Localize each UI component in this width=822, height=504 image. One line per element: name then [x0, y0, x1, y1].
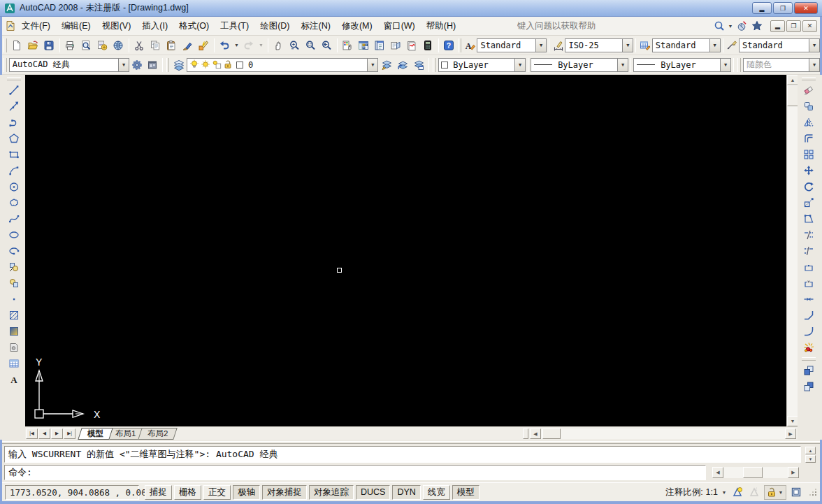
point-button[interactable] [6, 291, 22, 307]
chevron-down-icon[interactable]: ▼ [622, 39, 633, 52]
array-button[interactable] [801, 146, 817, 162]
menu-insert[interactable]: 插入(I) [136, 17, 173, 35]
menu-help[interactable]: 帮助(H) [421, 17, 461, 35]
scale-button[interactable] [801, 194, 817, 210]
toggle-otrack[interactable]: 对象追踪 [309, 485, 354, 500]
hatch-button[interactable] [6, 307, 22, 323]
tab-nav-prev[interactable]: ◀ [38, 429, 50, 439]
command-horizontal-scrollbar[interactable]: ◀ ▶ [712, 467, 799, 478]
toolbar-drag-handle[interactable] [3, 38, 7, 52]
toggle-ortho[interactable]: 正交 [203, 485, 231, 500]
undo-button[interactable] [217, 37, 233, 53]
toolbar-drag-handle[interactable] [7, 77, 21, 80]
toggle-osnap[interactable]: 对象捕捉 [262, 485, 307, 500]
layer-previous-button[interactable] [394, 57, 410, 73]
scroll-thumb[interactable] [787, 85, 798, 106]
scroll-right-button[interactable]: ▶ [788, 467, 799, 478]
layer-states-button[interactable] [410, 57, 426, 73]
scroll-down-button[interactable]: ▼ [805, 455, 816, 463]
drawing-canvas[interactable]: Y X [25, 75, 786, 426]
make-object-layer-current-button[interactable] [378, 57, 394, 73]
open-file-button[interactable] [25, 37, 41, 53]
toolbar-drag-handle[interactable] [802, 77, 816, 80]
spline-button[interactable] [6, 210, 22, 226]
toolbar-drag-handle[interactable] [737, 58, 741, 72]
layer-properties-button[interactable] [171, 57, 187, 73]
toggle-lineweight[interactable]: 线宽 [423, 485, 450, 500]
toggle-snap[interactable]: 捕捉 [145, 485, 172, 500]
coordinates-display[interactable]: 1773.0520, 904.0868 , 0.0000 [5, 485, 139, 500]
plot-style-combo[interactable]: 随颜色▼ [743, 58, 820, 72]
match-properties-button[interactable] [180, 37, 196, 53]
tab-nav-next[interactable]: ▶ [51, 429, 63, 439]
scroll-up-button[interactable]: ▲ [805, 447, 816, 454]
menu-edit[interactable]: 编辑(E) [56, 17, 96, 35]
mleader-style-button[interactable] [726, 37, 739, 53]
gradient-button[interactable] [6, 323, 22, 339]
toggle-polar[interactable]: 极轴 [233, 485, 260, 500]
chevron-down-icon[interactable]: ▼ [777, 490, 784, 495]
break-button[interactable] [801, 275, 817, 291]
redo-button[interactable] [241, 37, 257, 53]
help-search-input[interactable] [516, 20, 712, 31]
etransmit-button[interactable] [110, 37, 127, 53]
quickcalc-button[interactable] [420, 37, 436, 53]
insert-block-button[interactable] [6, 259, 22, 275]
search-dropdown-icon[interactable]: ▼ [727, 24, 734, 29]
toolbar-drag-handle[interactable] [166, 58, 170, 72]
redo-dropdown[interactable]: ▼ [257, 37, 266, 53]
scroll-left-button[interactable]: ◀ [530, 429, 541, 439]
tab-model[interactable]: 模型 [78, 428, 113, 440]
doc-close-button[interactable]: ✕ [802, 20, 817, 32]
help-button[interactable]: ? [441, 37, 457, 53]
layer-unlock-icon[interactable] [223, 59, 234, 71]
command-prompt-input[interactable]: 命令: [4, 465, 706, 480]
layer-thaw-icon[interactable] [201, 59, 212, 71]
copy-clip-button[interactable] [147, 37, 164, 53]
annotation-visibility-button[interactable] [730, 485, 744, 499]
clean-screen-button[interactable] [789, 485, 803, 499]
scroll-thumb[interactable] [542, 429, 561, 439]
color-combo[interactable]: ByLayer▼ [438, 58, 526, 72]
undo-dropdown[interactable]: ▼ [233, 37, 241, 53]
menu-file[interactable]: 文件(F) [16, 17, 56, 35]
rectangle-button[interactable] [6, 146, 22, 162]
paste-clip-button[interactable] [164, 37, 180, 53]
minimize-button[interactable]: ▂ [752, 2, 772, 14]
chevron-down-icon[interactable]: ▼ [809, 59, 819, 71]
chevron-down-icon[interactable]: ▼ [118, 59, 129, 71]
menu-format[interactable]: 格式(O) [173, 17, 215, 35]
zoom-window-button[interactable] [303, 37, 319, 53]
tab-layout2[interactable]: 布局2 [138, 428, 178, 440]
text-style-button[interactable]: A [463, 37, 477, 53]
command-history[interactable]: 输入 WSCURRENT 的新值 <"二维草图与注释">: AutoCAD 经典 [4, 446, 801, 463]
draworder-back-button[interactable] [801, 378, 817, 394]
maximize-button[interactable]: ❐ [773, 2, 793, 14]
scroll-down-button[interactable]: ▼ [787, 416, 798, 426]
block-editor-button[interactable] [196, 37, 212, 53]
doc-minimize-button[interactable]: ▂ [770, 20, 785, 32]
workspace-combo[interactable]: AutoCAD 经典▼ [9, 58, 129, 72]
make-block-button[interactable] [6, 275, 22, 291]
polyline-button[interactable] [6, 114, 22, 130]
circle-button[interactable] [6, 178, 22, 194]
toolbar-drag-handle[interactable] [433, 58, 436, 72]
workspace-settings-button[interactable] [129, 57, 145, 73]
layer-combo[interactable]: 0 ▼ [187, 58, 378, 72]
mleader-style-combo[interactable]: Standard▼ [739, 38, 820, 52]
designcenter-button[interactable] [356, 37, 372, 53]
menu-dimension[interactable]: 标注(N) [296, 17, 336, 35]
pan-button[interactable] [271, 37, 287, 53]
publish-button[interactable] [94, 37, 110, 53]
revcloud-button[interactable] [6, 194, 22, 210]
sheetset-manager-button[interactable] [388, 37, 404, 53]
lineweight-combo[interactable]: ByLayer▼ [633, 58, 731, 72]
scroll-right-button[interactable]: ▶ [785, 429, 796, 439]
chevron-down-icon[interactable]: ▼ [367, 59, 377, 71]
extend-button[interactable] [801, 243, 817, 259]
table-button[interactable] [6, 355, 22, 371]
menu-tools[interactable]: 工具(T) [215, 17, 254, 35]
dim-style-button[interactable] [551, 37, 565, 53]
mirror-button[interactable] [801, 114, 817, 130]
chevron-down-icon[interactable]: ▼ [514, 59, 525, 71]
